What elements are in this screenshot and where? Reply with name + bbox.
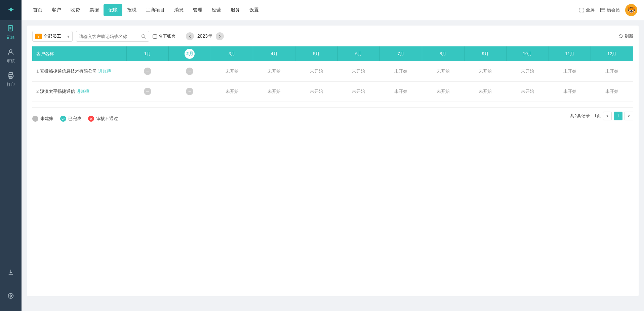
- status-not-started: 未开始: [226, 89, 239, 94]
- table-header-row: 客户名称 1月 2月 3月 4月: [32, 46, 633, 61]
- cell-m10: 未开始: [507, 61, 549, 81]
- fullscreen-button[interactable]: 全屏: [579, 7, 595, 13]
- sidebar-item-support[interactable]: [0, 284, 22, 308]
- col-header-m3: 3月: [211, 46, 253, 61]
- enter-ledger-link[interactable]: 进账簿: [98, 69, 111, 74]
- employee-select-label: 全部员工: [44, 33, 61, 39]
- cell-m12: 未开始: [591, 81, 633, 102]
- footer: 未建账 已完成: [32, 107, 633, 122]
- my-accounts-checkbox[interactable]: [153, 34, 157, 39]
- x-icon: [89, 117, 93, 121]
- cell-m8: 未开始: [422, 61, 464, 81]
- cell-m6: 未开始: [337, 61, 380, 81]
- checkbox-text: 名下账套: [158, 33, 176, 39]
- cell-m11: 未开始: [549, 61, 591, 81]
- year-nav: 2023年: [186, 32, 224, 40]
- sidebar-item-print[interactable]: 打印: [0, 67, 22, 91]
- col-header-m8: 8月: [422, 46, 464, 61]
- member-label: 畅会员: [607, 7, 620, 13]
- nav-client[interactable]: 客户: [47, 0, 66, 20]
- cell-m11: 未开始: [549, 81, 591, 102]
- cell-m6: 未开始: [337, 81, 380, 102]
- footer-legend: 未建账 已完成: [32, 116, 118, 122]
- next-year-button[interactable]: [216, 32, 224, 40]
- status-not-started: 未开始: [226, 69, 239, 74]
- legend-dot-red: [88, 116, 94, 122]
- search-icon[interactable]: [141, 34, 146, 39]
- sidebar-item-bookkeeping[interactable]: 记账: [0, 20, 22, 44]
- nav-home[interactable]: 首页: [28, 0, 47, 20]
- status-dash-icon: −: [186, 68, 193, 75]
- cell-m1: −: [126, 61, 169, 81]
- status-not-started: 未开始: [479, 69, 492, 74]
- legend-not-built-label: 未建账: [40, 116, 53, 122]
- member-button[interactable]: 畅会员: [600, 7, 620, 13]
- sidebar-item-download[interactable]: [0, 261, 22, 284]
- employee-dropdown-icon: ▾: [67, 34, 70, 39]
- app-logo: ✦: [0, 0, 22, 20]
- nav-tax[interactable]: 报税: [122, 0, 141, 20]
- cell-name: 2漠澳太平畅捷通信 进账簿: [32, 81, 126, 102]
- page-content: 全 全部员工 ▾ 名下账套: [22, 20, 644, 311]
- user-avatar[interactable]: 🐯: [625, 4, 637, 16]
- status-dash-icon: −: [144, 88, 151, 95]
- nav-manage[interactable]: 管理: [188, 0, 207, 20]
- search-input[interactable]: [79, 34, 139, 39]
- nav-right: 全屏 畅会员 🐯: [579, 4, 637, 16]
- audit-icon: [6, 47, 15, 57]
- status-not-started: 未开始: [310, 89, 323, 94]
- nav-operation[interactable]: 经营: [207, 0, 226, 20]
- nav-message[interactable]: 消息: [169, 0, 188, 20]
- prev-page-button[interactable]: <: [603, 112, 612, 120]
- svg-point-4: [9, 49, 12, 52]
- client-name: 漠澳太平畅捷通信: [40, 89, 75, 94]
- status-not-started: 未开始: [605, 89, 618, 94]
- cell-m10: 未开始: [507, 81, 549, 102]
- col-header-m9: 9月: [464, 46, 507, 61]
- nav-billing[interactable]: 收费: [66, 0, 85, 20]
- refresh-button[interactable]: 刷新: [618, 33, 633, 39]
- status-dash-icon: −: [144, 68, 151, 75]
- status-not-started: 未开始: [394, 69, 407, 74]
- nav-invoice[interactable]: 票据: [85, 0, 104, 20]
- member-icon: [600, 7, 605, 13]
- col-header-m4: 4月: [253, 46, 295, 61]
- nav-service[interactable]: 服务: [226, 0, 245, 20]
- current-page-button[interactable]: 1: [614, 112, 622, 120]
- status-not-started: 未开始: [479, 89, 492, 94]
- sidebar-audit-label: 审核: [7, 58, 15, 64]
- pagination: 共2条记录，1页 < 1 >: [570, 112, 633, 120]
- nav-settings[interactable]: 设置: [245, 0, 264, 20]
- legend-completed: 已完成: [60, 116, 81, 122]
- status-not-started: 未开始: [563, 89, 576, 94]
- fullscreen-label: 全屏: [586, 7, 595, 13]
- legend-failed: 审核不通过: [88, 116, 118, 122]
- cell-name: 1安徽畅捷通信息技术有限公司 进账簿: [32, 61, 126, 81]
- client-name: 安徽畅捷通信息技术有限公司: [40, 69, 97, 74]
- cell-m12: 未开始: [591, 61, 633, 81]
- cell-m5: 未开始: [295, 61, 338, 81]
- status-not-started: 未开始: [437, 69, 450, 74]
- nav-business[interactable]: 工商项目: [141, 0, 169, 20]
- col-header-m5: 5月: [295, 46, 338, 61]
- col-header-m2: 2月: [169, 46, 211, 61]
- employee-select[interactable]: 全 全部员工 ▾: [32, 31, 73, 42]
- cell-m4: 未开始: [253, 61, 295, 81]
- toolbar: 全 全部员工 ▾ 名下账套: [32, 31, 633, 42]
- sidebar-item-audit[interactable]: 审核: [0, 44, 22, 67]
- cell-m8: 未开始: [422, 81, 464, 102]
- status-not-started: 未开始: [605, 69, 618, 74]
- next-page-button[interactable]: >: [625, 112, 633, 120]
- check-icon: [61, 117, 65, 121]
- col-header-m6: 6月: [337, 46, 380, 61]
- cell-m2: −: [169, 61, 211, 81]
- pagination-total: 共2条记录，1页: [570, 113, 601, 119]
- col-header-m1: 1月: [126, 46, 169, 61]
- checkbox-label[interactable]: 名下账套: [153, 33, 176, 39]
- col-header-m12: 12月: [591, 46, 633, 61]
- prev-year-button[interactable]: [186, 32, 194, 40]
- employee-badge: 全: [35, 34, 42, 39]
- enter-ledger-link[interactable]: 进账簿: [76, 89, 89, 94]
- nav-bookkeeping[interactable]: 记账: [104, 4, 122, 16]
- col-header-m10: 10月: [507, 46, 549, 61]
